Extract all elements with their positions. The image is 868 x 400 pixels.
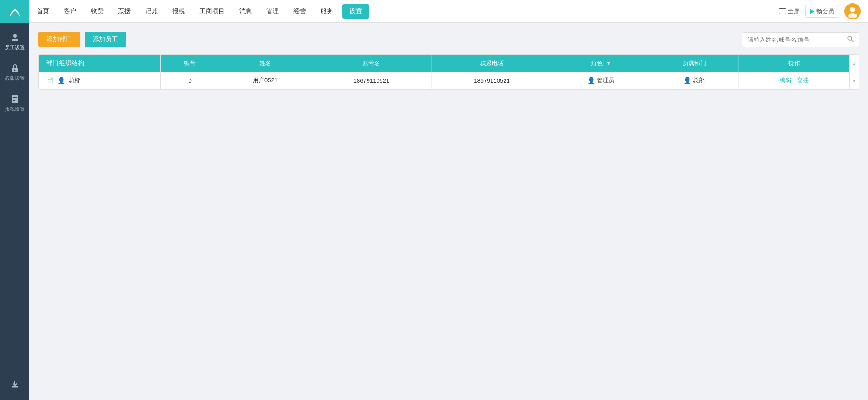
- main-content: 添加部门 添加员工 部门组织结构 📄 👤 总部: [29, 23, 868, 400]
- report-icon: [10, 94, 20, 104]
- dept-tree-header: 部门组织结构: [39, 55, 160, 72]
- svg-point-2: [13, 34, 17, 38]
- file-icon: 📄: [46, 77, 54, 84]
- cell-role: 👤 管理员: [552, 72, 650, 89]
- cell-account: 18679110521: [311, 72, 431, 89]
- dept-tree: 部门组织结构 📄 👤 总部: [39, 55, 161, 89]
- col-header-phone: 联系电话: [432, 55, 552, 72]
- col-header-role[interactable]: 角色 ▼: [552, 55, 650, 72]
- nav-item-settings[interactable]: 设置: [342, 4, 369, 19]
- nav-right: 全屏 ▶ 畅会员: [779, 3, 868, 19]
- svg-rect-3: [12, 39, 18, 41]
- fullscreen-button[interactable]: 全屏: [779, 7, 800, 15]
- col-header-actions: 操作: [739, 55, 849, 72]
- nav-item-client[interactable]: 客户: [57, 0, 84, 22]
- search-button[interactable]: [842, 33, 859, 47]
- employee-table: 编号 姓名 账号名 联系电话 角色 ▼ 所属部门 操作: [161, 55, 849, 89]
- nav-item-fee[interactable]: 收费: [84, 0, 111, 22]
- cell-actions: 编辑 交接: [739, 72, 849, 89]
- svg-rect-10: [12, 386, 18, 388]
- scroll-up-arrow[interactable]: ▲: [850, 55, 859, 72]
- avatar[interactable]: [844, 3, 861, 19]
- col-header-account: 账号名: [311, 55, 431, 72]
- transfer-link[interactable]: 交接: [797, 77, 809, 84]
- nav-item-message[interactable]: 消息: [232, 0, 259, 22]
- cell-dept: 👤 总部: [650, 72, 739, 89]
- nav-item-manage[interactable]: 管理: [259, 0, 286, 22]
- filter-icon: ▼: [606, 61, 611, 66]
- member-button[interactable]: ▶ 畅会员: [805, 5, 839, 18]
- sidebar: 员工设置 权限设置 报税设置: [0, 23, 29, 400]
- nav-item-invoice[interactable]: 票据: [111, 0, 138, 22]
- add-dept-button[interactable]: 添加部门: [38, 32, 80, 47]
- download-icon: [10, 379, 20, 389]
- sidebar-item-employee[interactable]: 员工设置: [0, 27, 29, 56]
- sidebar-item-permission[interactable]: 权限设置: [0, 58, 29, 87]
- nav-item-service[interactable]: 服务: [313, 0, 340, 22]
- fullscreen-icon: [779, 8, 786, 14]
- dept-user-icon: 👤: [57, 77, 65, 84]
- logo[interactable]: [0, 0, 29, 23]
- svg-point-5: [14, 70, 15, 71]
- content-panel: 部门组织结构 📄 👤 总部 编号 姓名 账号名 联系电话: [38, 54, 859, 90]
- col-header-id: 编号: [161, 55, 219, 72]
- nav-item-business[interactable]: 工商项目: [192, 0, 232, 22]
- person-icon: [10, 33, 20, 42]
- scroll-arrows: ▲ ▼: [849, 55, 859, 89]
- role-user-icon: 👤: [587, 77, 595, 84]
- scroll-down-arrow[interactable]: ▼: [850, 72, 859, 89]
- nav-item-tax[interactable]: 报税: [165, 0, 192, 22]
- sidebar-item-taxsettings[interactable]: 报税设置: [0, 89, 29, 118]
- search-bar: [742, 32, 859, 47]
- play-icon: ▶: [810, 8, 815, 14]
- top-nav: 首页 客户 收费 票据 记账 报税 工商项目 消息 管理 经营 服务 设置 全屏…: [0, 0, 868, 23]
- nav-item-home[interactable]: 首页: [29, 0, 57, 22]
- sidebar-item-download[interactable]: [0, 374, 29, 395]
- svg-rect-8: [13, 99, 17, 100]
- nav-item-accounting[interactable]: 记账: [138, 0, 165, 22]
- col-header-name: 姓名: [219, 55, 311, 72]
- search-icon: [847, 35, 854, 42]
- employee-table-wrap: 编号 姓名 账号名 联系电话 角色 ▼ 所属部门 操作: [161, 55, 849, 89]
- svg-rect-9: [13, 100, 15, 101]
- search-input[interactable]: [742, 33, 842, 46]
- add-employee-button[interactable]: 添加员工: [85, 32, 126, 47]
- layout: 员工设置 权限设置 报税设置: [0, 23, 868, 400]
- svg-rect-7: [13, 97, 17, 98]
- svg-point-0: [850, 7, 855, 12]
- lock-icon: [10, 63, 20, 73]
- dept-user-icon-cell: 👤: [684, 77, 691, 84]
- nav-items: 首页 客户 收费 票据 记账 报税 工商项目 消息 管理 经营 服务 设置: [29, 0, 779, 22]
- dept-name: 总部: [69, 76, 80, 85]
- edit-link[interactable]: 编辑: [780, 77, 792, 84]
- svg-line-12: [851, 40, 853, 42]
- col-header-dept: 所属部门: [650, 55, 739, 72]
- cell-phone: 18679110521: [432, 72, 552, 89]
- cell-id: 0: [161, 72, 219, 89]
- nav-item-operation[interactable]: 经营: [286, 0, 313, 22]
- table-row: 0 用户0521 18679110521 18679110521 👤 管理员: [161, 72, 849, 89]
- cell-name: 用户0521: [219, 72, 311, 89]
- svg-point-1: [848, 13, 857, 18]
- toolbar: 添加部门 添加员工: [38, 32, 859, 47]
- dept-tree-item-headquarter[interactable]: 📄 👤 总部: [39, 72, 160, 89]
